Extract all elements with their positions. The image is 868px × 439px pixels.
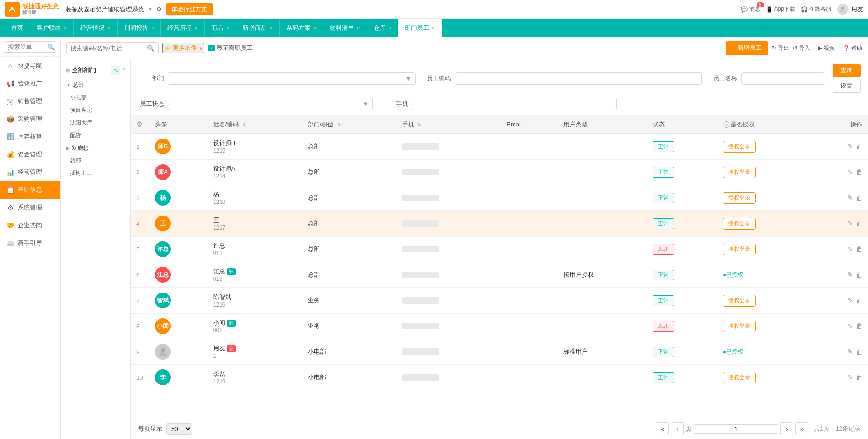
tab-operation-status[interactable]: 经营情况 × (74, 19, 117, 37)
sidebar-item-enterprise[interactable]: 🤝 企业协同 (0, 216, 60, 234)
auth-button[interactable]: 授权登录 (723, 167, 756, 178)
app-download-btn[interactable]: 📱 App下载 (766, 5, 795, 13)
sidebar-item-operation[interactable]: 📊 经营管理 (0, 163, 60, 181)
delete-button[interactable]: 🗑 (856, 168, 862, 176)
dept-collapse-btn[interactable]: « (122, 66, 125, 75)
tab-dept-employee[interactable]: 部门员工 × (398, 19, 442, 37)
help-button[interactable]: ❓ 帮助 (843, 44, 862, 52)
sidebar-item-finance[interactable]: 💰 资金管理 (0, 146, 60, 163)
code-filter-input[interactable] (455, 72, 702, 85)
dept-tree-item[interactable]: 插树王三 (63, 167, 127, 180)
sidebar-search-input[interactable] (8, 43, 45, 50)
import-button[interactable]: ↺ 导入 (793, 44, 810, 52)
sidebar-item-sales[interactable]: 🛒 销售管理 (0, 92, 60, 110)
trial-button[interactable]: 体验行业方案 (166, 3, 213, 15)
first-page-btn[interactable]: « (656, 422, 669, 435)
tab-customer-close[interactable]: × (64, 25, 67, 31)
table-settings-icon[interactable]: ⚙ (136, 120, 143, 128)
tab-warehouse-close[interactable]: × (389, 25, 391, 31)
tab-operation-history[interactable]: 经营历程 × (161, 19, 204, 37)
edit-button[interactable]: ✎ (847, 194, 853, 202)
dept-tree-item[interactable]: 配货 (63, 129, 127, 142)
dept-edit-btn[interactable]: ✎ (111, 66, 120, 75)
col-name-code[interactable]: 姓名/编码 ⇅ (208, 115, 302, 134)
export-button[interactable]: ↻ 导出 (772, 44, 789, 52)
auth-button[interactable]: 授权登录 (723, 141, 756, 153)
message-btn[interactable]: 💬 消息 6 (741, 5, 760, 13)
tab-dept-close[interactable]: × (432, 25, 435, 31)
user-area[interactable]: 用友 (837, 4, 863, 15)
edit-button[interactable]: ✎ (847, 245, 853, 253)
query-button[interactable]: 查询 (833, 64, 861, 77)
delete-button[interactable]: 🗑 (856, 348, 862, 355)
employee-search-icon[interactable]: 🔍 (147, 45, 154, 52)
delete-button[interactable]: 🗑 (856, 245, 862, 253)
auth-button[interactable]: 授权登录 (723, 321, 756, 332)
tab-add-goods-close[interactable]: × (270, 25, 272, 31)
sidebar-search-icon[interactable]: 🔍 (47, 43, 55, 50)
dept-tree-item[interactable]: 总部 (63, 154, 127, 167)
name-filter-input[interactable] (741, 72, 825, 85)
tab-bom-close[interactable]: × (357, 25, 360, 31)
tab-goods[interactable]: 商品 × (205, 19, 236, 37)
edit-button[interactable]: ✎ (847, 143, 853, 150)
prev-page-btn[interactable]: ‹ (671, 422, 684, 435)
tab-customer[interactable]: 客户联络 × (30, 19, 74, 37)
sidebar-item-system[interactable]: ⚙ 系统管理 (0, 199, 60, 216)
auth-button[interactable]: 授权登录 (723, 192, 756, 204)
auth-button[interactable]: 授权登录 (723, 244, 756, 255)
setup-button[interactable]: 设置 (833, 79, 861, 93)
edit-button[interactable]: ✎ (847, 168, 853, 176)
delete-button[interactable]: 🗑 (856, 322, 862, 330)
edit-button[interactable]: ✎ (847, 374, 853, 381)
sidebar-item-guide[interactable]: 📖 新手引导 (0, 234, 60, 252)
view-button[interactable]: ▶ 视频 (818, 44, 835, 52)
show-resigned-toggle[interactable]: ✓ 显示离职员工 (208, 44, 253, 52)
page-current-input[interactable] (694, 424, 778, 434)
last-page-btn[interactable]: » (795, 422, 808, 435)
more-conditions-btn[interactable]: ⚡ 更多条件 ∧ (162, 43, 204, 53)
phone-filter-input[interactable] (412, 98, 617, 110)
next-page-btn[interactable]: › (780, 422, 793, 435)
tab-barcode[interactable]: 条码方案 × (280, 19, 323, 37)
tab-operation-close[interactable]: × (107, 25, 110, 31)
col-dept-position[interactable]: 部门/职位 ⇅ (302, 115, 397, 134)
page-size-select[interactable]: 50 20 100 (166, 423, 192, 435)
dept-all-label[interactable]: ⊞ 全部部门 (65, 66, 96, 75)
auth-button[interactable]: 授权登录 (723, 218, 756, 230)
tab-barcode-close[interactable]: × (313, 25, 316, 31)
col-phone[interactable]: 手机 ⇅ (396, 115, 501, 134)
delete-button[interactable]: 🗑 (856, 271, 862, 279)
delete-button[interactable]: 🗑 (856, 143, 862, 150)
edit-button[interactable]: ✎ (847, 348, 853, 355)
delete-button[interactable]: 🗑 (856, 194, 862, 202)
dept-tree-item[interactable]: 小电部 (63, 91, 127, 104)
edit-button[interactable]: ✎ (847, 322, 853, 330)
add-employee-button[interactable]: + 新增员工 (726, 41, 768, 55)
edit-button[interactable]: ✎ (847, 297, 853, 304)
status-filter-select[interactable]: ▼ (168, 98, 373, 110)
edit-button[interactable]: ✎ (847, 271, 853, 279)
tab-history-close[interactable]: × (194, 25, 197, 31)
sidebar-item-basic[interactable]: 📋 基础信息 (0, 181, 60, 199)
resigned-checkbox[interactable]: ✓ (208, 45, 215, 51)
dept-tree-item[interactable]: ▶ 双鹿想 (63, 142, 127, 154)
tab-profit-close[interactable]: × (151, 25, 154, 31)
dept-tree-item[interactable]: 沈阳大库 (63, 117, 127, 129)
auth-button[interactable]: 授权登录 (723, 295, 756, 307)
online-service-btn[interactable]: 🎧 在线客服 (801, 5, 832, 13)
dept-tree-item[interactable]: ▼ 总部 (63, 79, 127, 91)
tab-goods-close[interactable]: × (226, 25, 229, 31)
sidebar-item-marketing[interactable]: 📢 营销推广 (0, 75, 60, 92)
employee-search-input[interactable] (70, 45, 145, 52)
delete-button[interactable]: 🗑 (856, 220, 862, 227)
delete-button[interactable]: 🗑 (856, 297, 862, 304)
authorized-info-icon[interactable]: i (723, 121, 729, 128)
tab-add-goods[interactable]: 新增商品 × (236, 19, 279, 37)
title-dropdown-arrow[interactable]: ▼ (148, 7, 153, 12)
col-settings[interactable]: ⚙ (131, 115, 149, 134)
tab-warehouse[interactable]: 仓库 × (367, 19, 398, 37)
dept-filter-select[interactable]: ▼ (168, 72, 416, 85)
settings-icon[interactable]: ⚙ (156, 6, 162, 13)
tab-home[interactable]: 首页 (5, 19, 30, 37)
